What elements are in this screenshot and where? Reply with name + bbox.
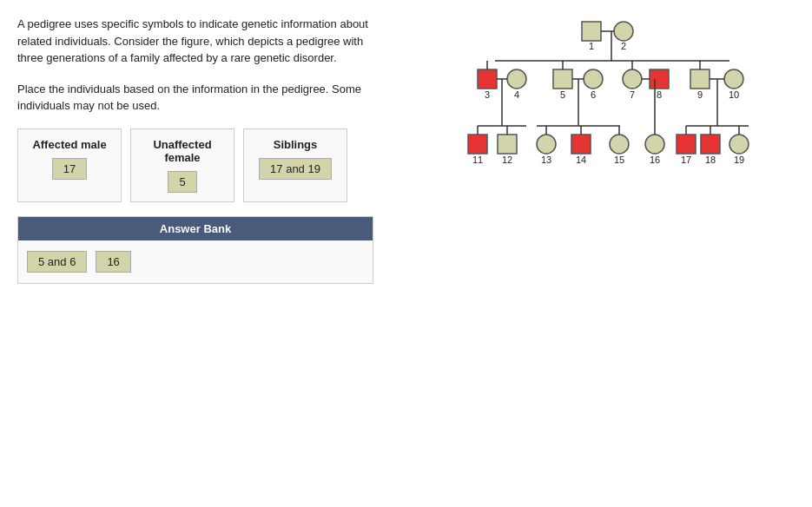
individual-3 [478, 69, 497, 89]
individual-18 [701, 135, 720, 154]
label-11: 11 [472, 155, 483, 165]
individual-1 [582, 22, 601, 41]
affected-male-item[interactable]: 17 [52, 158, 87, 180]
label-15: 15 [614, 155, 624, 165]
answer-item-16[interactable]: 16 [96, 251, 130, 273]
pedigree-area: 1 2 3 4 [408, 13, 782, 282]
answer-bank-items: 5 and 6 16 [18, 240, 373, 283]
unaffected-female-item[interactable]: 5 [168, 171, 196, 193]
label-17: 17 [681, 155, 691, 165]
answer-bank-container: Answer Bank 5 and 6 16 [17, 216, 373, 284]
right-panel: 1 2 3 4 [391, 0, 812, 507]
label-5: 5 [560, 89, 565, 100]
individual-19 [729, 135, 749, 154]
individual-2 [614, 22, 633, 41]
answer-bank-header: Answer Bank [18, 217, 373, 240]
answer-item-5and6[interactable]: 5 and 6 [27, 251, 87, 273]
individual-5 [553, 69, 572, 89]
label-18: 18 [705, 155, 716, 165]
categories-row: Affected male 17 Unaffectedfemale 5 Sibl… [17, 128, 373, 202]
label-2: 2 [621, 41, 626, 51]
category-unaffected-female: Unaffectedfemale 5 [130, 128, 234, 202]
label-9: 9 [697, 89, 703, 100]
individual-9 [690, 69, 710, 89]
label-4: 4 [514, 89, 519, 100]
individual-14 [571, 135, 591, 154]
individual-10 [724, 69, 743, 89]
label-6: 6 [591, 89, 596, 100]
label-16: 16 [650, 155, 660, 165]
individual-4 [507, 69, 526, 89]
pedigree-svg: 1 2 3 4 [408, 13, 782, 282]
affected-male-label: Affected male [29, 138, 110, 151]
label-10: 10 [729, 89, 739, 100]
individual-17 [677, 135, 696, 154]
individual-16 [645, 135, 664, 154]
siblings-label: Siblings [254, 138, 336, 151]
individual-15 [610, 135, 629, 154]
individual-7 [623, 69, 642, 89]
unaffected-female-label: Unaffectedfemale [142, 138, 223, 164]
individual-6 [584, 69, 603, 89]
category-siblings: Siblings 17 and 19 [243, 128, 347, 202]
label-12: 12 [502, 155, 512, 165]
label-8: 8 [657, 89, 662, 100]
left-panel: A pedigree uses specific symbols to indi… [0, 0, 391, 507]
individual-13 [537, 135, 556, 154]
main-container: A pedigree uses specific symbols to indi… [0, 0, 812, 507]
label-3: 3 [485, 89, 490, 100]
label-19: 19 [734, 155, 744, 165]
label-14: 14 [576, 155, 586, 165]
description-paragraph2: Place the individuals based on the infor… [17, 81, 373, 115]
label-1: 1 [589, 41, 594, 51]
individual-12 [498, 135, 517, 154]
individual-8 [650, 69, 669, 89]
individual-11 [468, 135, 487, 154]
description-paragraph1: A pedigree uses specific symbols to indi… [17, 16, 373, 67]
label-13: 13 [541, 155, 551, 165]
siblings-item[interactable]: 17 and 19 [259, 158, 332, 180]
label-7: 7 [630, 89, 635, 100]
category-affected-male: Affected male 17 [17, 128, 122, 202]
